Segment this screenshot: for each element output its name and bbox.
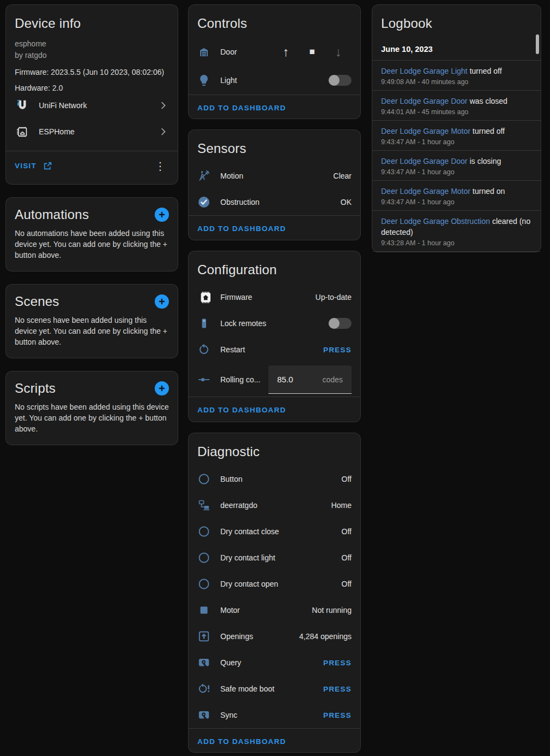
door-close-button[interactable]: ↓ — [325, 40, 352, 63]
configuration-card: Configuration Firmware Up-to-date — [188, 251, 361, 422]
device-page: Device info esphome by ratgdo Firmware: … — [0, 0, 550, 756]
lan-icon — [197, 499, 220, 512]
radiobox-blank-icon — [197, 551, 220, 564]
door-buttons: ↑ ■ ↓ — [273, 40, 352, 63]
logbook-action: turned on — [472, 187, 505, 196]
logbook-timestamp: 9:44:01 AM - 45 minutes ago — [381, 108, 532, 116]
ray-vertex-icon — [197, 373, 220, 386]
entity-row-dry-contact-light: Dry contact light Off — [189, 545, 360, 571]
entity-link[interactable]: Deer Lodge Garage Light — [381, 67, 467, 75]
logbook-title: Logbook — [372, 5, 541, 38]
entity-label: Button — [220, 475, 342, 483]
restart-icon — [197, 343, 220, 356]
radiobox-blank-icon — [197, 577, 220, 590]
logbook-action: turned off — [470, 67, 502, 75]
automations-empty-text: No automations have been added using thi… — [6, 223, 178, 269]
scripts-empty-text: No scripts have been added using this de… — [6, 397, 178, 443]
entity-state: Off — [342, 553, 352, 562]
entity-row-deerratgdo: deerratgdo Home — [189, 492, 360, 518]
left-column: Device info esphome by ratgdo Firmware: … — [5, 4, 178, 445]
entity-label: Obstruction — [220, 198, 341, 206]
firmware-line: Firmware: 2023.5.5 (Jun 10 2023, 08:02:0… — [6, 68, 178, 76]
entity-label: Restart — [220, 345, 323, 354]
rolling-code-unit: codes — [323, 375, 343, 384]
light-toggle[interactable] — [329, 75, 352, 86]
logbook-card: Logbook June 10, 2023 Deer Lodge Garage … — [372, 4, 541, 252]
entity-label: Openings — [220, 632, 299, 641]
device-link-esphome[interactable]: ESPHome — [6, 119, 178, 145]
esphome-chip-icon — [15, 125, 39, 139]
entity-label: Query — [220, 658, 323, 667]
hardware-line: Hardware: 2.0 — [6, 84, 178, 92]
integration-name: esphome — [6, 39, 178, 49]
entity-row-dry-contact-open: Dry contact open Off — [189, 571, 360, 597]
device-link-unifi-network[interactable]: UniFi Network — [6, 92, 178, 119]
configuration-title: Configuration — [189, 251, 360, 284]
radiobox-blank-icon — [197, 525, 220, 538]
device-link-label: UniFi Network — [39, 101, 157, 110]
entity-link[interactable]: Deer Lodge Garage Door — [381, 97, 467, 105]
entity-link[interactable]: Deer Lodge Garage Motor — [381, 187, 470, 196]
remote-icon — [197, 317, 220, 330]
logbook-entry: Deer Lodge Garage Light turned off 9:49:… — [372, 61, 541, 91]
entity-state: Off — [342, 475, 352, 483]
open-in-new-icon — [42, 161, 53, 172]
add-to-dashboard-button[interactable]: ADD TO DASHBOARD — [189, 94, 360, 121]
entity-state: Off — [342, 580, 352, 588]
add-script-button[interactable]: + — [155, 381, 169, 395]
sensors-title: Sensors — [189, 130, 360, 163]
entity-row-button: Button Off — [189, 466, 360, 492]
entity-row-obstruction: Obstruction OK — [189, 189, 360, 215]
add-automation-button[interactable]: + — [155, 208, 169, 222]
logbook-scrollbar[interactable] — [536, 34, 539, 54]
right-column: Logbook June 10, 2023 Deer Lodge Garage … — [372, 4, 541, 252]
entity-label: Motion — [220, 172, 333, 180]
logbook-entry: Deer Lodge Garage Motor turned off 9:43:… — [372, 121, 541, 151]
entity-row-firmware: Firmware Up-to-date — [189, 284, 360, 310]
entity-link[interactable]: Deer Lodge Garage Obstruction — [381, 217, 490, 226]
sync-press-button[interactable]: PRESS — [323, 711, 352, 719]
add-to-dashboard-button[interactable]: ADD TO DASHBOARD — [189, 728, 360, 754]
entity-label: Dry contact open — [220, 580, 342, 588]
radiobox-blank-icon — [197, 472, 220, 486]
rolling-code-input[interactable]: 85.0 codes — [268, 365, 352, 394]
logbook-timestamp: 9:43:28 AM - 1 hour ago — [381, 239, 532, 247]
restart-alert-icon — [197, 682, 220, 695]
entity-row-rolling-code: Rolling co... 85.0 codes — [189, 363, 360, 397]
entity-state: OK — [341, 198, 352, 206]
scripts-card: Scripts + No scripts have been added usi… — [5, 371, 178, 445]
more-menu-icon[interactable]: ⋮ — [151, 158, 169, 174]
entity-state: Home — [331, 501, 352, 510]
scripts-title: Scripts — [15, 381, 56, 396]
scripts-header: Scripts + — [6, 371, 178, 397]
entity-link[interactable]: Deer Lodge Garage Motor — [381, 127, 470, 135]
controls-title: Controls — [189, 5, 360, 38]
entity-label: Safe mode boot — [220, 684, 323, 693]
entity-link[interactable]: Deer Lodge Garage Door — [381, 157, 467, 166]
add-scene-button[interactable]: + — [155, 294, 169, 309]
arrow-up-box-icon — [197, 630, 220, 643]
door-stop-button[interactable]: ■ — [299, 40, 325, 63]
device-info-title: Device info — [6, 5, 178, 38]
middle-column: Controls Door ↑ ■ ↓ Light ADD TO DA — [188, 4, 361, 753]
restart-press-button[interactable]: PRESS — [323, 346, 352, 354]
safe-mode-boot-press-button[interactable]: PRESS — [323, 685, 352, 693]
entity-label: Sync — [220, 711, 323, 719]
logbook-action: turned off — [472, 127, 505, 135]
motion-sensor-icon — [197, 169, 220, 182]
query-press-button[interactable]: PRESS — [323, 659, 352, 667]
add-to-dashboard-button[interactable]: ADD TO DASHBOARD — [189, 397, 360, 423]
logbook-action: is closing — [470, 157, 501, 166]
door-open-button[interactable]: ↑ — [273, 40, 299, 63]
entity-state: 4,284 openings — [299, 632, 352, 641]
visit-button[interactable]: VISIT — [15, 161, 53, 172]
garage-icon — [197, 45, 220, 58]
lock-remotes-toggle[interactable] — [329, 318, 352, 329]
add-to-dashboard-button[interactable]: ADD TO DASHBOARD — [189, 215, 360, 241]
device-link-label: ESPHome — [39, 127, 157, 136]
entity-label: Rolling co... — [220, 375, 268, 384]
gesture-tap-button-icon — [197, 656, 220, 669]
check-circle-icon — [197, 196, 220, 209]
rolling-code-value: 85.0 — [277, 375, 293, 384]
entity-row-lock-remotes: Lock remotes — [189, 310, 360, 336]
